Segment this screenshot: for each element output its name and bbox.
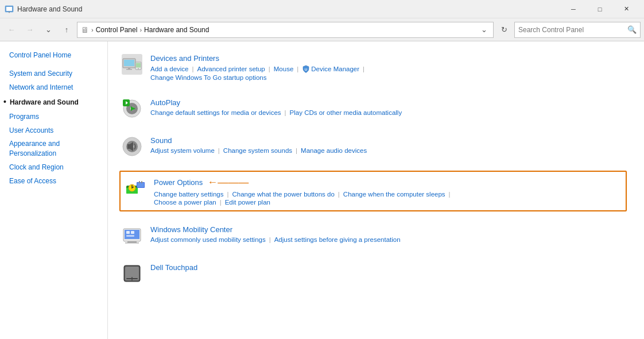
search-input[interactable] xyxy=(518,26,627,34)
touchpad-title[interactable]: Dell Touchpad xyxy=(150,263,630,272)
mobility-link-1[interactable]: Adjust settings before giving a presenta… xyxy=(274,236,401,243)
devices-link-1[interactable]: Advanced printer setup xyxy=(197,66,265,72)
svg-rect-29 xyxy=(127,241,137,242)
back-button[interactable]: ← xyxy=(3,22,20,38)
mobility-title[interactable]: Windows Mobility Center xyxy=(150,225,630,234)
devices-extra-links: Change Windows To Go startup options xyxy=(150,74,630,81)
autoplay-link-1[interactable]: Play CDs or other media automatically xyxy=(290,109,402,116)
address-dropdown-button[interactable]: ⌄ xyxy=(478,22,490,37)
sidebar-label-ease: Ease of Access xyxy=(9,176,56,186)
maximize-button[interactable]: □ xyxy=(587,0,613,18)
power-link-0[interactable]: Change battery settings xyxy=(154,191,223,198)
power-extra-links: Choose a power plan | Edit power plan xyxy=(154,199,621,206)
mobility-icon xyxy=(122,225,142,246)
autoplay-link-0[interactable]: Change default settings for media or dev… xyxy=(150,109,281,116)
touchpad-icon xyxy=(122,263,142,284)
power-title[interactable]: Power Options ←——— xyxy=(154,176,621,188)
refresh-button[interactable]: ↻ xyxy=(496,22,512,38)
sidebar-item-user-accounts[interactable]: User Accounts xyxy=(0,124,107,137)
sidebar-label-network: Network and Internet xyxy=(9,82,73,93)
svg-rect-8 xyxy=(136,63,141,68)
recent-locations-button[interactable]: ⌄ xyxy=(40,22,56,38)
section-sound: Sound Adjust system volume | Change syst… xyxy=(119,133,633,160)
sound-icon xyxy=(122,136,142,157)
sidebar-item-hardware[interactable]: Hardware and Sound xyxy=(0,94,107,110)
autoplay-content: AutoPlay Change default settings for med… xyxy=(150,98,630,119)
power-extra-link-1[interactable]: Edit power plan xyxy=(225,199,270,206)
sound-link-0[interactable]: Adjust system volume xyxy=(150,147,215,154)
window-title: Hardware and Sound xyxy=(17,5,560,13)
breadcrumb-hardware[interactable]: Hardware and Sound xyxy=(144,26,209,34)
section-touchpad: Dell Touchpad xyxy=(119,260,633,287)
svg-rect-24 xyxy=(137,183,144,187)
devices-extra-link-0[interactable]: Change Windows To Go startup options xyxy=(150,74,266,81)
sound-link-2[interactable]: Manage audio devices xyxy=(301,147,367,154)
svg-rect-30 xyxy=(125,242,139,244)
sidebar-item-clock[interactable]: Clock and Region xyxy=(0,160,107,174)
svg-rect-5 xyxy=(128,68,130,69)
sidebar: Control Panel Home System and Security N… xyxy=(0,41,108,339)
search-box: 🔍 xyxy=(514,22,641,38)
svg-rect-1 xyxy=(6,7,12,11)
devices-icon xyxy=(122,54,142,75)
section-power: Power Options ←——— Change battery settin… xyxy=(119,171,627,211)
touchpad-content: Dell Touchpad xyxy=(150,263,630,284)
mobility-content: Windows Mobility Center Adjust commonly … xyxy=(150,225,630,246)
svg-rect-26 xyxy=(141,181,142,183)
sidebar-item-network[interactable]: Network and Internet xyxy=(0,80,107,94)
close-button[interactable]: ✕ xyxy=(613,0,639,18)
sidebar-label-appearance: Appearance and Personalization xyxy=(9,139,98,159)
svg-rect-4 xyxy=(124,60,134,66)
sound-link-1[interactable]: Change system sounds xyxy=(223,147,292,154)
mobility-links: Adjust commonly used mobility settings |… xyxy=(150,236,630,243)
devices-title[interactable]: Devices and Printers xyxy=(150,54,630,63)
up-button[interactable]: ↑ xyxy=(59,22,75,38)
power-content: Power Options ←——— Change battery settin… xyxy=(154,176,621,206)
devices-links: Add a device | Advanced printer setup | … xyxy=(150,65,630,73)
title-bar: Hardware and Sound ─ □ ✕ xyxy=(0,0,644,18)
section-devices: Devices and Printers Add a device | Adva… xyxy=(119,51,633,84)
content-area: Devices and Printers Add a device | Adva… xyxy=(108,41,644,339)
power-link-2[interactable]: Change when the computer sleeps xyxy=(343,191,445,198)
power-extra-link-0[interactable]: Choose a power plan xyxy=(154,199,216,206)
devices-link-2[interactable]: Mouse xyxy=(274,66,294,72)
svg-text:U: U xyxy=(305,68,307,71)
sidebar-item-ease[interactable]: Ease of Access xyxy=(0,174,107,188)
address-path: 🖥 › Control Panel › Hardware and Sound ⌄ xyxy=(77,22,494,38)
svg-point-2 xyxy=(9,11,10,13)
devices-content: Devices and Printers Add a device | Adva… xyxy=(150,54,630,81)
section-mobility: Windows Mobility Center Adjust commonly … xyxy=(119,222,633,249)
minimize-button[interactable]: ─ xyxy=(560,0,587,18)
folder-icon: 🖥 xyxy=(81,25,89,34)
autoplay-icon xyxy=(122,98,142,119)
svg-point-9 xyxy=(138,68,139,70)
power-link-1[interactable]: Change what the power buttons do xyxy=(232,191,334,198)
svg-rect-37 xyxy=(126,278,138,279)
sidebar-item-programs[interactable]: Programs xyxy=(0,110,107,124)
devices-link-3[interactable]: Device Manager xyxy=(311,66,359,72)
search-icon-button[interactable]: 🔍 xyxy=(627,25,637,34)
mobility-link-0[interactable]: Adjust commonly used mobility settings xyxy=(150,236,266,243)
svg-rect-6 xyxy=(126,69,132,70)
svg-rect-25 xyxy=(139,181,140,183)
shield-icon: U xyxy=(302,65,310,73)
power-links: Change battery settings | Change what th… xyxy=(154,191,621,198)
sidebar-item-appearance[interactable]: Appearance and Personalization xyxy=(0,137,107,160)
sound-title[interactable]: Sound xyxy=(150,136,630,145)
address-bar: ← → ⌄ ↑ 🖥 › Control Panel › Hardware and… xyxy=(0,18,644,41)
devices-link-0[interactable]: Add a device xyxy=(150,66,189,72)
forward-button[interactable]: → xyxy=(22,22,38,38)
section-autoplay: AutoPlay Change default settings for med… xyxy=(119,95,633,122)
autoplay-title[interactable]: AutoPlay xyxy=(150,98,630,107)
autoplay-links: Change default settings for media or dev… xyxy=(150,109,630,116)
breadcrumb-control-panel[interactable]: Control Panel xyxy=(96,26,138,34)
sidebar-item-system[interactable]: System and Security xyxy=(0,67,107,80)
main-layout: Control Panel Home System and Security N… xyxy=(0,41,644,339)
sidebar-label-system: System and Security xyxy=(9,68,72,79)
sidebar-item-home[interactable]: Control Panel Home xyxy=(0,48,107,62)
svg-rect-31 xyxy=(126,231,130,234)
window-controls: ─ □ ✕ xyxy=(560,0,639,18)
sound-content: Sound Adjust system volume | Change syst… xyxy=(150,136,630,157)
arrow-annotation: ←——— xyxy=(207,176,249,188)
svg-rect-33 xyxy=(126,235,134,237)
